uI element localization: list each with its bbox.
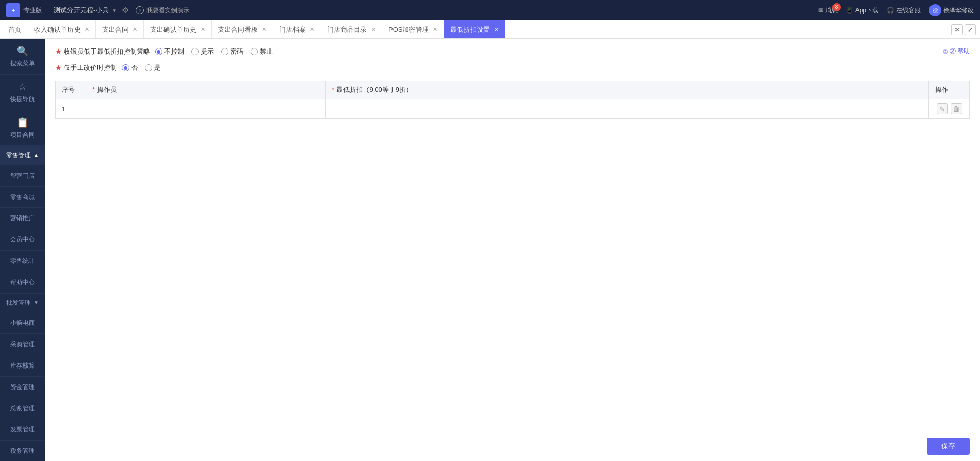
project-selector[interactable]: 测试分开完程-小兵 ▼	[54, 6, 117, 15]
strategy-password-radio[interactable]	[221, 48, 228, 55]
operator-required-star: *	[92, 86, 97, 93]
sidebar-item-tax[interactable]: 税务管理	[0, 441, 45, 461]
table-scroll-area: 序号 * 操作员 * 最低折扣（9.00等于9折） 操作	[55, 81, 970, 119]
manual-no-label: 否	[131, 63, 138, 72]
tab-close-all-btn[interactable]: ✕	[951, 24, 963, 35]
tab-payment-confirm[interactable]: 支出确认单历史 ✕	[144, 20, 212, 39]
sidebar-item-ledger[interactable]: 总账管理	[0, 398, 45, 420]
row-delete-btn[interactable]: 🗑	[951, 103, 962, 114]
sidebar-item-quick-nav[interactable]: ☆ 快捷导航	[0, 75, 45, 110]
discount-table: 序号 * 操作员 * 最低折扣（9.00等于9折） 操作	[55, 81, 970, 119]
row-operator	[86, 99, 326, 119]
sidebar-item-search[interactable]: 🔍 搜索菜单	[0, 39, 45, 75]
strategy-password[interactable]: 密码	[221, 47, 243, 56]
tab-pos-management[interactable]: POS加密管理 ✕	[382, 20, 444, 39]
batch-management-arrow-icon: ▼	[34, 299, 39, 306]
tab-store-goods[interactable]: 门店商品目录 ✕	[321, 20, 382, 39]
sidebar-item-retail-mall[interactable]: 零售商城	[0, 187, 45, 208]
online-support-label: 在线客服	[896, 6, 921, 15]
settings-icon[interactable]: ⚙	[122, 6, 129, 15]
strategy-prompt[interactable]: 提示	[191, 47, 214, 56]
retail-management-arrow-icon: ▲	[34, 152, 39, 159]
required-star-2: ★	[55, 64, 62, 71]
project-chevron-icon: ▼	[112, 8, 117, 13]
sidebar-item-fund-management[interactable]: 资金管理	[0, 377, 45, 398]
cashier-strategy-radio-group: 不控制 提示 密码 禁止	[155, 47, 273, 56]
cashier-strategy-row: ★ 收银员低于最低折扣控制策略 不控制 提示	[55, 47, 970, 56]
sidebar-retail-mall-label: 零售商城	[10, 193, 35, 202]
tab-min-discount-settings-label: 最低折扣设置	[450, 25, 490, 34]
help-icon: ②	[943, 48, 948, 55]
main-layout: 🔍 搜索菜单 ☆ 快捷导航 📋 项目合同 零售管理 ▲ 智营门店 零售商城 营销…	[0, 39, 980, 461]
tab-payment-board-close[interactable]: ✕	[262, 26, 266, 33]
manual-yes[interactable]: 是	[145, 63, 161, 72]
online-support-btn[interactable]: 🎧 在线客服	[887, 6, 921, 15]
tab-receive-confirm[interactable]: 收入确认单历史 ✕	[28, 20, 96, 39]
strategy-prompt-radio[interactable]	[191, 48, 199, 55]
row-actions: ✎ 🗑	[929, 99, 970, 119]
tab-pos-management-close[interactable]: ✕	[433, 26, 437, 33]
sidebar-item-batch-management[interactable]: 批发管理 ▼	[0, 294, 45, 313]
tab-receive-confirm-close[interactable]: ✕	[85, 26, 89, 33]
tab-payment-board[interactable]: 支出合同看板 ✕	[212, 20, 273, 39]
save-button[interactable]: 保存	[927, 438, 970, 455]
sidebar-item-inventory[interactable]: 库存核算	[0, 355, 45, 377]
sidebar: 🔍 搜索菜单 ☆ 快捷导航 📋 项目合同 零售管理 ▲ 智营门店 零售商城 营销…	[0, 39, 45, 461]
tab-store-file-close[interactable]: ✕	[310, 26, 314, 33]
sidebar-item-retail-management[interactable]: 零售管理 ▲	[0, 146, 45, 165]
tab-expand-btn[interactable]: ⤢	[965, 24, 976, 35]
sidebar-quick-nav-label: 快捷导航	[10, 95, 35, 104]
sidebar-item-member-center[interactable]: 会员中心	[0, 229, 45, 251]
strategy-prohibit[interactable]: 禁止	[251, 47, 273, 56]
tab-store-file-label: 门店档案	[279, 25, 306, 34]
tab-home[interactable]: 首页	[2, 20, 28, 39]
sidebar-marketing-label: 营销推广	[10, 214, 35, 223]
tab-payment-contract-close[interactable]: ✕	[133, 26, 137, 33]
sidebar-item-invoice[interactable]: 发票管理	[0, 419, 45, 441]
tab-store-goods-close[interactable]: ✕	[371, 26, 376, 33]
demo-link[interactable]: ○ 我要看实例演示	[136, 6, 189, 15]
save-btn-bar: 保存	[45, 431, 980, 461]
row-edit-btn[interactable]: ✎	[937, 103, 948, 114]
top-bar: ✦ 专业版 测试分开完程-小兵 ▼ ⚙ ○ 我要看实例演示 ✉ 消息 8 📱 A…	[0, 0, 980, 20]
tab-min-discount-settings-close[interactable]: ✕	[494, 26, 499, 33]
tab-payment-contract[interactable]: 支出合同 ✕	[96, 20, 144, 39]
help-label: ② 帮助	[950, 47, 970, 56]
manual-yes-radio[interactable]	[145, 64, 152, 71]
cashier-strategy-label: ★ 收银员低于最低折扣控制策略	[55, 47, 150, 56]
tab-payment-confirm-close[interactable]: ✕	[201, 26, 205, 33]
strategy-password-label: 密码	[230, 47, 243, 56]
app-download-btn[interactable]: 📱 App下载	[846, 6, 878, 15]
tab-min-discount-settings[interactable]: 最低折扣设置 ✕	[444, 20, 505, 39]
tab-pos-management-label: POS加密管理	[388, 25, 429, 34]
strategy-prohibit-radio[interactable]	[251, 48, 258, 55]
quick-nav-icon: ☆	[18, 81, 27, 93]
demo-circle-icon: ○	[136, 6, 144, 14]
app-download-icon: 📱	[846, 7, 853, 14]
form-section: ★ 收银员低于最低折扣控制策略 不控制 提示	[55, 47, 970, 72]
sidebar-item-marketing[interactable]: 营销推广	[0, 208, 45, 229]
sidebar-item-ecommerce[interactable]: 小畅电商	[0, 312, 45, 334]
required-star-1: ★	[55, 47, 62, 55]
user-menu[interactable]: 徐 徐泽华修改	[929, 4, 974, 16]
page-content: ② ② 帮助 ★ 收银员低于最低折扣控制策略 不控制	[45, 39, 980, 461]
strategy-no-control-radio[interactable]	[155, 48, 162, 55]
sidebar-item-purchase-management[interactable]: 采购管理	[0, 334, 45, 355]
sidebar-item-help-center[interactable]: 帮助中心	[0, 272, 45, 294]
sidebar-item-retail-stats[interactable]: 零售统计	[0, 251, 45, 272]
sidebar-project-contract-label: 项目合同	[10, 131, 35, 139]
project-name: 测试分开完程-小兵	[54, 6, 109, 15]
tab-store-file[interactable]: 门店档案 ✕	[273, 20, 321, 39]
manual-no[interactable]: 否	[122, 63, 138, 72]
sidebar-item-project-contract[interactable]: 📋 项目合同	[0, 110, 45, 146]
sidebar-smart-store-label: 智营门店	[10, 172, 35, 180]
help-button[interactable]: ② ② 帮助	[943, 47, 970, 56]
action-btns: ✎ 🗑	[935, 103, 963, 114]
strategy-no-control[interactable]: 不控制	[155, 47, 184, 56]
tab-home-label: 首页	[8, 25, 21, 34]
headset-icon: 🎧	[887, 7, 894, 14]
row-discount	[325, 99, 928, 119]
manual-no-radio[interactable]	[122, 64, 129, 71]
sidebar-item-smart-store[interactable]: 智营门店	[0, 165, 45, 187]
message-btn[interactable]: ✉ 消息 8	[818, 6, 838, 15]
